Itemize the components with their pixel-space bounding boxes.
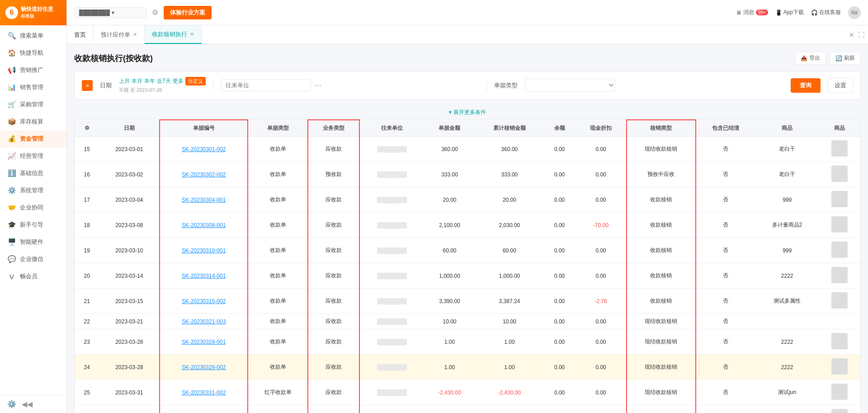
tab-fullscreen-icon[interactable]: ⛶: [858, 31, 864, 38]
dots-icon[interactable]: ···: [315, 81, 321, 90]
sidebar-item-hardware[interactable]: 🖥️智能硬件: [0, 233, 66, 251]
voucher-type-select[interactable]: [525, 79, 615, 92]
sidebar-item-label: 智能硬件: [20, 238, 43, 246]
sidebar-item-search[interactable]: 🔍搜索菜单: [0, 27, 66, 44]
filter-settings-btn[interactable]: 设置: [828, 78, 853, 93]
sidebar-item-shortcut[interactable]: 🏠快捷导航: [0, 44, 66, 62]
table-row[interactable]: 15 2023-03-01 SK-20230301-002 收款单 应收款 ██…: [75, 137, 860, 162]
table-row[interactable]: 16 2023-03-02 SK-20230302-002 收款单 预收款 ██…: [75, 162, 860, 187]
refresh-btn[interactable]: 🔄 刷新: [830, 52, 861, 65]
avatar[interactable]: Rit: [848, 6, 861, 19]
th-settings[interactable]: ⚙: [75, 120, 99, 137]
table-row[interactable]: 19 2023-03-10 SK-20230310-001 收款单 应收款 ██…: [75, 238, 860, 263]
date-prev-month[interactable]: 上月: [119, 77, 130, 85]
cell-balance: 0.00: [543, 187, 576, 213]
cell-goods: 2222: [755, 263, 819, 289]
sidebar-item-purchase[interactable]: 🛒采购管理: [0, 96, 66, 113]
cell-amount: 20.00: [424, 405, 476, 413]
tab-prepay-close[interactable]: ✕: [133, 32, 137, 38]
table-row[interactable]: 22 2023-03-21 SK-20230321-003 收款单 应收款 ██…: [75, 314, 860, 329]
sales-icon: 📊: [7, 83, 16, 91]
cell-cash-discount: 0.00: [576, 405, 626, 413]
date-curr-month[interactable]: 本月: [132, 77, 142, 85]
collapse-icon[interactable]: ◀◀: [22, 400, 33, 408]
sidebar-item-member[interactable]: V畅会员: [0, 268, 66, 285]
date-year[interactable]: 本年: [144, 77, 155, 85]
phone-icon: 📱: [775, 9, 782, 16]
table-row[interactable]: 17 2023-03-04 SK-20230304-001 收款单 应收款 ██…: [75, 187, 860, 213]
table-container: ⚙ 日期 单据编号 单据类型 业务类型 往来单位 单据金额 累计核销金额 余额 …: [74, 119, 861, 413]
sidebar-item-system[interactable]: ⚙️系统管理: [0, 182, 66, 199]
table-row[interactable]: 18 2023-03-08 SK-20230308-001 收款单 应收款 ██…: [75, 213, 860, 238]
sidebar-item-operation[interactable]: 📈经营管理: [0, 147, 66, 165]
voucher-no-link[interactable]: SK-20230301-002: [182, 146, 226, 152]
table-row[interactable]: 20 2023-03-14 SK-20230314-001 收款单 应收款 ██…: [75, 263, 860, 289]
settings-gear-icon[interactable]: ⚙: [152, 8, 158, 17]
sidebar-item-enterprise[interactable]: 🤝企业协同: [0, 199, 66, 216]
tab-collection[interactable]: 收款核销执行 ✕: [145, 25, 202, 44]
workspace-selector[interactable]: ████████ ▾: [74, 7, 146, 18]
cell-cumulative: 360.00: [476, 137, 543, 162]
headset-icon: 🎧: [811, 9, 818, 16]
cell-counterpart: ████: [359, 187, 424, 213]
export-btn[interactable]: 📤 导出: [795, 52, 826, 65]
cell-cumulative: 3,387.24: [476, 289, 543, 314]
tab-home[interactable]: 首页: [67, 25, 94, 44]
sidebar-item-guide[interactable]: 🎓新手引导: [0, 216, 66, 233]
voucher-no-link[interactable]: SK-20230315-002: [182, 298, 226, 304]
cell-date: 2023-03-01: [99, 137, 160, 162]
table-header: ⚙ 日期 单据编号 单据类型 业务类型 往来单位 单据金额 累计核销金额 余额 …: [75, 120, 860, 137]
export-icon: 📤: [801, 55, 807, 62]
query-btn[interactable]: 查询: [791, 78, 821, 93]
th-cumulative: 累计核销金额: [476, 120, 543, 137]
table-row[interactable]: 26 2023-04-03 SK-20230403-002 收款单 预收款 ██…: [75, 405, 860, 413]
date-range-display: 不限 至 2023-07-26: [119, 87, 206, 94]
table-row[interactable]: 25 2023-03-31 SK-20230331-002 红字收款单 应收款 …: [75, 380, 860, 405]
voucher-no-link[interactable]: SK-20230310-001: [182, 247, 226, 254]
sidebar-item-label: 企业微信: [20, 255, 43, 263]
online-service-btn[interactable]: 🎧 在线客服: [811, 9, 841, 16]
expand-more-bar[interactable]: ▾ 展开更多条件: [74, 106, 861, 119]
refresh-icon: 🔄: [835, 55, 842, 62]
sidebar-item-marketing[interactable]: 📢营销推广: [0, 62, 66, 79]
table-row[interactable]: 21 2023-03-15 SK-20230315-002 收款单 应收款 ██…: [75, 289, 860, 314]
cell-write-off-type: 收款核销: [627, 213, 696, 238]
sidebar-item-wechat[interactable]: 💬企业微信: [0, 251, 66, 268]
voucher-no-link[interactable]: SK-20230328-001: [182, 339, 226, 345]
app-download-btn[interactable]: 📱 App下载: [775, 9, 804, 16]
counterpart-input[interactable]: [221, 79, 311, 91]
cell-voucher-no: SK-20230321-003: [160, 314, 247, 329]
table-row[interactable]: 24 2023-03-28 SK-20230328-002 收款单 应收款 ██…: [75, 355, 860, 380]
th-cash-discount: 现金折扣: [576, 120, 626, 137]
voucher-no-link[interactable]: SK-20230321-003: [182, 318, 226, 325]
cell-counterpart: ████: [359, 289, 424, 314]
system-icon: ⚙️: [7, 186, 16, 195]
cell-biz-type: 应收款: [308, 314, 359, 329]
voucher-no-link[interactable]: SK-20230331-002: [182, 389, 226, 396]
voucher-no-link[interactable]: SK-20230314-001: [182, 273, 226, 279]
date-7days[interactable]: 近7天: [157, 77, 171, 85]
sidebar-item-inventory[interactable]: 📦库存核算: [0, 113, 66, 130]
date-custom-btn[interactable]: 自定义: [185, 77, 206, 85]
cell-cumulative: 1.00: [476, 329, 543, 355]
voucher-no-link[interactable]: SK-20230304-001: [182, 197, 226, 203]
settings-icon[interactable]: ⚙️: [7, 400, 16, 408]
cell-include-settled: 否: [696, 187, 755, 213]
voucher-no-link[interactable]: SK-20230308-001: [182, 222, 226, 228]
filter-toggle-btn[interactable]: »: [82, 80, 93, 91]
table-row[interactable]: 23 2023-03-28 SK-20230328-001 收款单 应收款 ██…: [75, 329, 860, 355]
cell-voucher-no: SK-20230308-001: [160, 213, 247, 238]
sidebar-item-basic[interactable]: ℹ️基础信息: [0, 165, 66, 182]
sidebar-item-finance[interactable]: 💰资金管理: [0, 130, 66, 147]
voucher-no-link[interactable]: SK-20230328-002: [182, 364, 226, 370]
tab-collection-close[interactable]: ✕: [190, 31, 194, 37]
messages-btn[interactable]: 🖥 消息 99+: [736, 9, 768, 16]
cell-biz-type: 预收款: [308, 405, 359, 413]
cell-amount: -2,430.00: [424, 380, 476, 405]
date-more[interactable]: 更多: [173, 77, 184, 85]
sidebar-item-sales[interactable]: 📊销售管理: [0, 79, 66, 96]
voucher-no-link[interactable]: SK-20230302-002: [182, 171, 226, 178]
solution-btn[interactable]: 体验行业方案: [164, 6, 212, 19]
tab-prepay[interactable]: 预计应付单 ✕: [94, 25, 145, 44]
tab-close-all-icon[interactable]: ✕: [849, 31, 854, 38]
